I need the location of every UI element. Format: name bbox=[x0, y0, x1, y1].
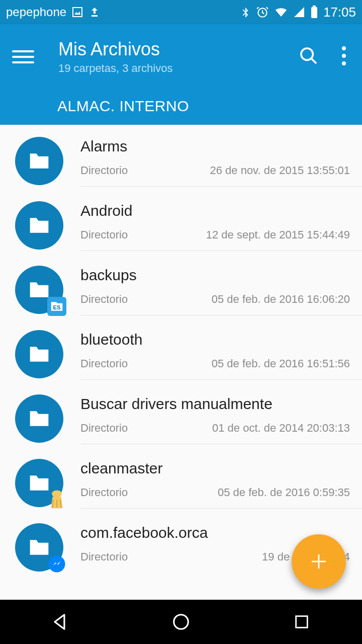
item-type: Directorio bbox=[80, 164, 128, 177]
item-date: 05 de feb. de 2016 16:51:56 bbox=[212, 357, 350, 370]
item-date: 05 de feb. de 2016 0:59:35 bbox=[218, 486, 350, 499]
svg-rect-20 bbox=[296, 616, 308, 628]
nav-back-button[interactable] bbox=[45, 607, 75, 637]
item-name: Android bbox=[80, 202, 350, 219]
nav-recent-button[interactable] bbox=[287, 607, 317, 637]
page-subtitle: 19 carpetas, 3 archivos bbox=[58, 62, 299, 75]
nav-home-button[interactable] bbox=[166, 607, 196, 637]
folder-icon bbox=[15, 137, 63, 185]
list-item[interactable]: Alarms Directorio 26 de nov. de 2015 13:… bbox=[0, 125, 362, 189]
menu-button[interactable] bbox=[12, 46, 34, 68]
item-type: Directorio bbox=[80, 293, 128, 306]
svg-text:ES: ES bbox=[53, 304, 61, 310]
image-icon bbox=[71, 6, 83, 18]
item-type: Directorio bbox=[80, 550, 128, 564]
svg-point-10 bbox=[342, 61, 346, 65]
item-name: cleanmaster bbox=[80, 460, 350, 477]
signal-icon bbox=[293, 6, 305, 18]
svg-line-7 bbox=[311, 58, 316, 63]
page-title: Mis Archivos bbox=[58, 39, 299, 60]
item-type: Directorio bbox=[80, 486, 128, 499]
folder-icon bbox=[15, 459, 63, 507]
svg-point-16 bbox=[49, 556, 65, 573]
carrier-label: pepephone bbox=[6, 5, 66, 19]
alarm-icon bbox=[256, 6, 269, 19]
item-type: Directorio bbox=[80, 357, 128, 370]
wifi-icon bbox=[274, 6, 288, 18]
item-type: Directorio bbox=[80, 422, 128, 435]
es-explorer-badge-icon: ES bbox=[47, 297, 66, 316]
tab-internal-storage[interactable]: ALMAC. INTERNO bbox=[0, 98, 362, 115]
item-name: bluetooth bbox=[80, 331, 350, 348]
svg-rect-0 bbox=[73, 8, 82, 17]
appbar: Mis Archivos 19 carpetas, 3 archivos ALM… bbox=[0, 24, 362, 125]
overflow-button[interactable] bbox=[341, 46, 347, 68]
bluetooth-icon bbox=[240, 6, 251, 18]
file-list: Alarms Directorio 26 de nov. de 2015 13:… bbox=[0, 125, 362, 595]
upload-icon bbox=[88, 6, 101, 18]
svg-point-19 bbox=[174, 615, 189, 629]
search-button[interactable] bbox=[299, 46, 319, 68]
list-item[interactable]: Buscar drivers manualmente Directorio 01… bbox=[0, 382, 362, 447]
clock-label: 17:05 bbox=[323, 5, 356, 20]
item-date: 12 de sept. de 2015 15:44:49 bbox=[206, 228, 350, 242]
item-name: Buscar drivers manualmente bbox=[80, 395, 350, 413]
fab-add-button[interactable] bbox=[292, 534, 346, 589]
list-item[interactable]: cleanmaster Directorio 05 de feb. de 201… bbox=[0, 447, 362, 511]
item-date: 26 de nov. de 2015 13:55:01 bbox=[210, 164, 350, 177]
svg-point-12 bbox=[52, 490, 62, 497]
battery-icon bbox=[310, 6, 318, 19]
svg-rect-5 bbox=[313, 6, 316, 7]
list-item[interactable]: ES backups Directorio 05 de feb. de 2016… bbox=[0, 254, 362, 318]
item-type: Directorio bbox=[80, 228, 128, 242]
statusbar: pepephone 17:05 bbox=[0, 0, 362, 24]
list-item[interactable]: Android Directorio 12 de sept. de 2015 1… bbox=[0, 189, 362, 254]
folder-icon bbox=[15, 201, 63, 250]
folder-icon bbox=[15, 330, 63, 378]
svg-point-6 bbox=[301, 48, 313, 60]
messenger-badge-icon bbox=[47, 554, 66, 574]
folder-icon bbox=[15, 394, 63, 443]
svg-point-9 bbox=[342, 54, 346, 58]
cleanmaster-badge-icon bbox=[47, 490, 66, 509]
item-name: backups bbox=[80, 267, 350, 284]
svg-point-8 bbox=[342, 46, 346, 50]
svg-rect-4 bbox=[311, 7, 317, 18]
svg-marker-1 bbox=[74, 12, 80, 15]
list-item[interactable]: bluetooth Directorio 05 de feb. de 2016 … bbox=[0, 318, 362, 382]
svg-rect-2 bbox=[92, 15, 98, 17]
android-navbar bbox=[0, 600, 362, 644]
folder-icon bbox=[15, 523, 63, 572]
item-date: 01 de oct. de 2014 20:03:13 bbox=[212, 422, 350, 435]
item-name: Alarms bbox=[80, 138, 350, 155]
item-date: 05 de feb. de 2016 16:06:20 bbox=[212, 293, 350, 306]
folder-icon: ES bbox=[15, 266, 63, 314]
